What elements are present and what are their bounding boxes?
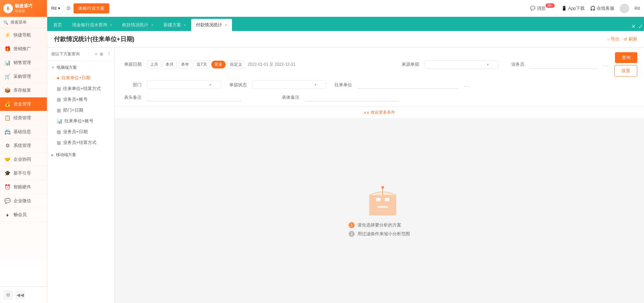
scheme-item-staff-date[interactable]: ▦ 业务员+日期	[47, 126, 114, 137]
scheme-item-partner-settlement[interactable]: ▦ 往来单位+结算方式	[47, 83, 114, 94]
scheme-mobile-group[interactable]: ▶ 移动端方案	[47, 150, 114, 160]
date-btn-this-month[interactable]: 本月	[163, 60, 177, 69]
collapse-bar[interactable]: ∧∧ 收起更多条件	[115, 107, 644, 118]
tab-close-all-icon[interactable]: ✕	[631, 23, 636, 30]
scheme-item-staff-account[interactable]: ▦ 业务员+账号	[47, 94, 114, 105]
body-note-field[interactable]	[305, 93, 399, 101]
app-download-btn[interactable]: 📱 App下载	[561, 5, 585, 11]
date-btn-more[interactable]: 更多	[211, 61, 226, 68]
sidebar-item-enterprise[interactable]: 🤝 企业协同	[0, 153, 47, 166]
status-select[interactable]: ▾	[252, 81, 326, 89]
app-download-label: App下载	[568, 5, 585, 11]
sidebar-item-inventory[interactable]: 📦 库存核算	[0, 84, 47, 97]
dept-select[interactable]: ▾	[147, 81, 221, 89]
scheme-item-dept-date[interactable]: ▦ 部门+日期	[47, 105, 114, 116]
tab-new-scheme[interactable]: 新建方案 ×	[159, 19, 191, 31]
sidebar-item-wechat[interactable]: 💬 企业微信	[0, 194, 47, 208]
sidebar-item-system[interactable]: ⚙ 系统管理	[0, 139, 47, 153]
scheme-item-partner-date[interactable]: ● 往来单位+日期	[47, 72, 114, 83]
refresh-button[interactable]: ↺ 刷新	[623, 36, 637, 42]
sidebar-nav: ⚡ 快捷导航 🎁 营销推广 📊 销售管理 🛒 采购管理 📦 库存核算 💰 资金管…	[0, 28, 47, 286]
sidebar-item-basics[interactable]: 📇 基础信息	[0, 125, 47, 139]
desktop-group-label: 电脑端方案	[57, 65, 77, 70]
page-actions: ↑ 导出 ↺ 刷新	[607, 36, 638, 42]
tab-receivable-close[interactable]: ×	[151, 23, 153, 27]
tab-cashflow-label: 现金银行流水查询	[72, 22, 107, 28]
sidebar-item-vip[interactable]: ♦ 畅会员	[0, 208, 47, 222]
tab-new-scheme-close[interactable]: ×	[184, 23, 186, 27]
header-note-field[interactable]	[147, 93, 241, 101]
app-logo: 6 畅捷通巧 标准版	[0, 0, 47, 17]
scheme-item-staff-settlement[interactable]: ▦ 业务员+结算方式	[47, 137, 114, 148]
scheme-item-partner-account[interactable]: 📊 往来单位+账号	[47, 116, 114, 126]
scheme-add-icon[interactable]: +	[95, 51, 97, 57]
tab-cashflow[interactable]: 现金银行流水查询 ×	[67, 19, 117, 31]
service-icon: 🎧	[590, 6, 595, 11]
date-btn-last-month[interactable]: 上月	[147, 60, 161, 69]
tab-payment-stat[interactable]: 付款情况统计 ×	[191, 19, 232, 31]
step2-num: 2	[349, 231, 355, 237]
sidebar-item-operations[interactable]: 📋 经营管理	[0, 111, 47, 125]
topbar-divider	[63, 5, 63, 12]
vip-label: 畅会员	[13, 212, 27, 218]
partner-field[interactable]	[357, 81, 459, 89]
tab-payment-stat-label: 付款情况统计	[196, 22, 222, 28]
refresh-icon: ↺	[623, 37, 627, 42]
purchase-icon: 🛒	[4, 73, 11, 80]
staff-input[interactable]	[530, 60, 597, 68]
scheme-item-label-5: 业务员+日期	[63, 129, 88, 135]
filter-row-3: 表头备注 表体备注	[121, 93, 637, 101]
tab-home[interactable]: 首页	[49, 19, 67, 31]
partner-input[interactable]	[357, 81, 459, 89]
scheme-collapse-icon[interactable]: 《	[106, 51, 110, 57]
tab-cashflow-close[interactable]: ×	[110, 23, 112, 27]
header-note-input[interactable]	[147, 93, 241, 101]
topbar-settings-icon[interactable]: ⚙	[66, 5, 71, 11]
filter-settings-button[interactable]: 设置	[614, 65, 637, 77]
tab-payment-stat-close[interactable]: ×	[225, 23, 227, 27]
sidebar-item-guide[interactable]: 🎓 新手引导	[0, 166, 47, 180]
sidebar-collapse-btn[interactable]: ◀◀	[16, 290, 25, 300]
body-note-input[interactable]	[305, 93, 399, 101]
tab-receivable[interactable]: 收款情况统计 ×	[117, 19, 158, 31]
date-btn-7days[interactable]: 近7天	[194, 60, 210, 69]
source-select[interactable]: ▾	[425, 60, 499, 69]
scheme-panel-title: 按以下方案查询	[51, 51, 80, 57]
sidebar-settings-btn[interactable]: ⚙	[3, 290, 13, 300]
basics-icon: 📇	[4, 128, 11, 135]
scheme-desktop-header[interactable]: ▼ 电脑端方案	[47, 63, 114, 72]
empty-steps-list: 1 请先选择要分析的方案 2 用过滤条件来缩小分析范围	[349, 222, 410, 240]
logo-icon: 6	[3, 4, 13, 13]
sidebar-item-sales[interactable]: 📊 销售管理	[0, 56, 47, 70]
tab-home-label: 首页	[53, 22, 62, 28]
partner-dots-icon[interactable]: ...	[464, 82, 470, 88]
scheme-config-icon[interactable]: ⊕	[99, 51, 104, 57]
online-service-btn[interactable]: 🎧 在线客服	[590, 5, 614, 11]
tab-expand-icon[interactable]: ⤢	[638, 23, 643, 30]
export-button[interactable]: ↑ 导出	[607, 36, 620, 42]
scheme-panel-scroll: ▼ 电脑端方案 ● 往来单位+日期 ▦ 往来单位+结算方式 ▦	[47, 61, 114, 303]
search-icon: 🔍	[3, 20, 8, 25]
scheme-item-label-4: 往来单位+账号	[64, 118, 93, 124]
company-selector[interactable]: Rit ▾	[51, 6, 60, 11]
sidebar-item-purchase[interactable]: 🛒 采购管理	[0, 70, 47, 84]
logo-text-group: 畅捷通巧 标准版	[15, 3, 32, 13]
body-note-label: 表体备注	[279, 94, 299, 100]
scheme-item-label-0: 往来单位+日期	[61, 75, 90, 81]
sidebar-item-quicknav[interactable]: ⚡ 快捷导航	[0, 28, 47, 42]
staff-dots-icon[interactable]: ...	[603, 61, 609, 67]
sidebar-item-search[interactable]: 🔍 搜索菜单	[0, 17, 47, 28]
sidebar-item-capital[interactable]: 💰 资金管理	[0, 97, 47, 111]
sidebar-item-hardware[interactable]: ⏰ 智能硬件	[0, 180, 47, 194]
date-btn-custom[interactable]: 自定义	[227, 60, 245, 69]
sidebar-item-marketing[interactable]: 🎁 营销推广	[0, 42, 47, 56]
messages-btn[interactable]: 💬 消息 99+	[530, 5, 556, 11]
page-header: 付款情况统计(往来单位+日期) ↑ 导出 ↺ 刷新	[47, 31, 644, 48]
query-button[interactable]: 查询	[615, 52, 637, 63]
hardware-icon: ⏰	[4, 184, 11, 190]
staff-field[interactable]	[530, 60, 597, 69]
trial-button[interactable]: 体验行业方案	[74, 3, 109, 13]
inventory-label: 库存核算	[13, 87, 31, 93]
date-btn-this-year[interactable]: 本年	[178, 60, 192, 69]
partner-label: 往来单位	[332, 82, 352, 88]
